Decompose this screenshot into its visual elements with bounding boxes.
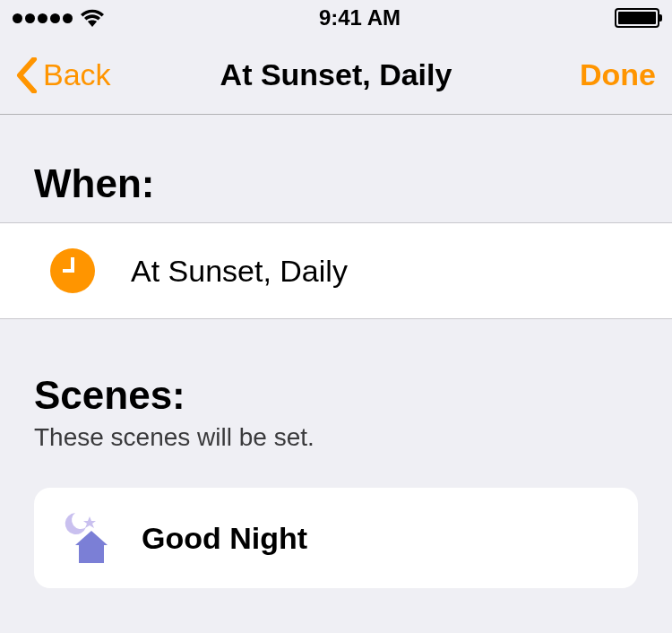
when-value: At Sunset, Daily (131, 254, 348, 289)
wifi-icon (80, 9, 105, 27)
scenes-subtitle: These scenes will be set. (34, 423, 638, 452)
signal-strength-icon (13, 13, 73, 23)
chevron-left-icon (16, 57, 38, 93)
scene-card[interactable]: Good Night (34, 488, 638, 588)
back-label: Back (43, 57, 111, 92)
good-night-icon (59, 509, 116, 567)
status-left (13, 9, 105, 27)
when-header-label: When: (34, 161, 638, 206)
battery-icon (615, 8, 659, 28)
when-section-header: When: (0, 115, 672, 222)
nav-bar: Back At Sunset, Daily Done (0, 36, 672, 115)
back-button[interactable]: Back (16, 57, 111, 93)
status-time: 9:41 AM (319, 5, 401, 30)
scene-name: Good Night (142, 521, 307, 556)
status-bar: 9:41 AM (0, 0, 672, 36)
when-row[interactable]: At Sunset, Daily (0, 222, 672, 319)
scenes-header-label: Scenes: (34, 373, 638, 418)
page-title: At Sunset, Daily (220, 57, 452, 92)
scenes-section-header: Scenes: These scenes will be set. (0, 319, 672, 468)
clock-icon (50, 248, 95, 293)
done-button[interactable]: Done (580, 57, 656, 92)
